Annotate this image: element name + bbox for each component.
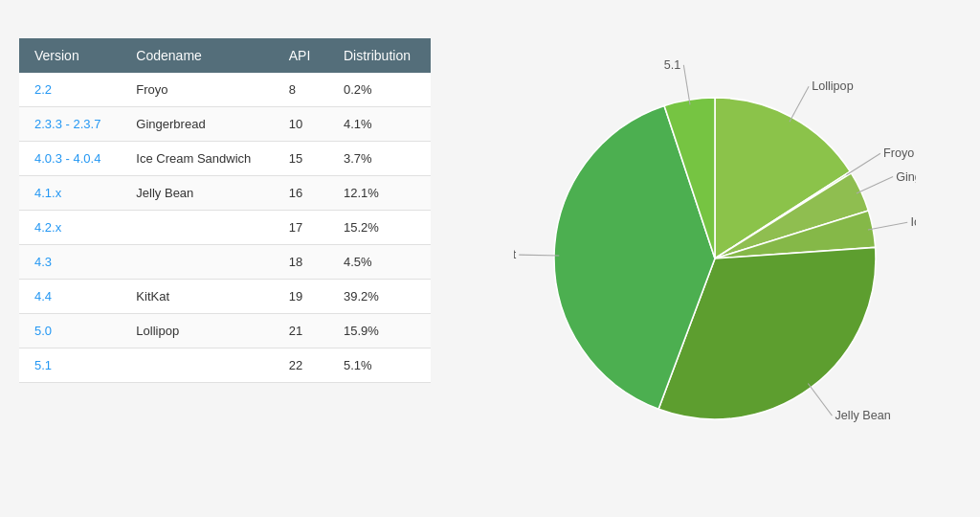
cell-api: 22 [274, 348, 328, 383]
table-header-row: Version Codename API Distribution [19, 38, 431, 73]
pie-chart-svg: LollipopFroyoGingerbreadIce Cream Sandwi… [514, 57, 916, 460]
cell-distribution: 0.2% [328, 73, 431, 107]
col-api: API [274, 38, 328, 73]
cell-api: 10 [274, 107, 328, 142]
table-row: 5.1 22 5.1% [19, 348, 431, 383]
table-section: Version Codename API Distribution 2.2 Fr… [19, 38, 431, 383]
pie-label-text: Ice Cream Sandwich [910, 215, 916, 229]
table-row: 5.0 Lollipop 21 15.9% [19, 314, 431, 348]
chart-section: LollipopFroyoGingerbreadIce Cream Sandwi… [469, 38, 961, 479]
table-row: 4.4 KitKat 19 39.2% [19, 280, 431, 314]
cell-api: 15 [274, 142, 328, 176]
cell-version: 4.2.x [19, 211, 121, 245]
pie-label-text: 5.1 [664, 58, 681, 72]
pie-label-line [790, 86, 809, 122]
cell-version: 5.0 [19, 314, 121, 348]
cell-codename: Froyo [121, 73, 273, 107]
col-distribution: Distribution [328, 38, 431, 73]
table-row: 2.2 Froyo 8 0.2% [19, 73, 431, 107]
table-row: 4.0.3 - 4.0.4 Ice Cream Sandwich 15 3.7% [19, 142, 431, 176]
cell-api: 21 [274, 314, 328, 348]
cell-codename: Lollipop [121, 314, 273, 348]
cell-version: 4.4 [19, 280, 121, 314]
cell-version: 5.1 [19, 348, 121, 383]
cell-codename: KitKat [121, 280, 273, 314]
cell-api: 17 [274, 211, 328, 245]
pie-label-line [808, 383, 832, 416]
pie-label-text: Lollipop [812, 79, 853, 93]
cell-distribution: 3.7% [328, 142, 431, 176]
cell-api: 16 [274, 176, 328, 211]
cell-api: 19 [274, 280, 328, 314]
pie-label-text: Froyo [883, 146, 914, 160]
cell-version: 2.3.3 - 2.3.7 [19, 107, 121, 142]
table-row: 4.2.x 17 15.2% [19, 211, 431, 245]
distribution-table: Version Codename API Distribution 2.2 Fr… [19, 38, 431, 383]
cell-distribution: 5.1% [328, 348, 431, 383]
cell-codename: Gingerbread [121, 107, 273, 142]
main-container: Version Codename API Distribution 2.2 Fr… [0, 19, 980, 498]
pie-label-line [683, 65, 690, 104]
col-version: Version [19, 38, 121, 73]
cell-distribution: 12.1% [328, 176, 431, 211]
table-row: 4.1.x Jelly Bean 16 12.1% [19, 176, 431, 211]
cell-distribution: 15.9% [328, 314, 431, 348]
pie-label-text: Jelly Bean [835, 409, 891, 422]
table-row: 2.3.3 - 2.3.7 Gingerbread 10 4.1% [19, 107, 431, 142]
pie-label-line [519, 255, 559, 256]
cell-codename [121, 245, 273, 280]
cell-version: 4.3 [19, 245, 121, 280]
pie-label-line [868, 222, 907, 230]
cell-version: 4.0.3 - 4.0.4 [19, 142, 121, 176]
cell-codename: Jelly Bean [121, 176, 273, 211]
pie-label-line [857, 177, 893, 194]
col-codename: Codename [121, 38, 273, 73]
cell-version: 4.1.x [19, 176, 121, 211]
pie-label-text: Gingerbread [896, 170, 916, 184]
pie-label-line [846, 153, 880, 175]
pie-chart-container: LollipopFroyoGingerbreadIce Cream Sandwi… [514, 57, 916, 460]
cell-distribution: 4.5% [328, 245, 431, 280]
cell-codename [121, 211, 273, 245]
cell-distribution: 4.1% [328, 107, 431, 142]
cell-api: 8 [274, 73, 328, 107]
cell-api: 18 [274, 245, 328, 280]
table-row: 4.3 18 4.5% [19, 245, 431, 280]
cell-codename: Ice Cream Sandwich [121, 142, 273, 176]
pie-label-text: KitKat [514, 248, 517, 261]
cell-distribution: 15.2% [328, 211, 431, 245]
cell-codename [121, 348, 273, 383]
cell-version: 2.2 [19, 73, 121, 107]
cell-distribution: 39.2% [328, 280, 431, 314]
